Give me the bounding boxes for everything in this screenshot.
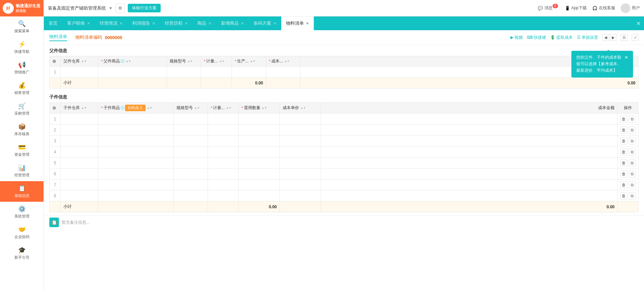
- child-row-5-qty[interactable]: [239, 157, 280, 168]
- child-row-4-cost-amount[interactable]: [321, 147, 618, 157]
- child-row-7-copy[interactable]: ⧉: [629, 182, 635, 188]
- child-row-4-warehouse[interactable]: [61, 147, 98, 157]
- child-row-4-unit[interactable]: [208, 147, 239, 157]
- child-row-5-spec[interactable]: [174, 157, 208, 168]
- child-row-6-warehouse[interactable]: [61, 168, 98, 179]
- child-row-5-copy[interactable]: ⧉: [629, 160, 635, 166]
- parent-th-gear[interactable]: ⚙: [50, 56, 61, 67]
- child-row-5-unit-cost[interactable]: [280, 157, 321, 168]
- child-row-1-qty[interactable]: [239, 114, 280, 125]
- child-row-8-delete[interactable]: 🗑: [620, 192, 627, 199]
- child-row-7-unit[interactable]: [208, 179, 239, 190]
- child-row-2-spec[interactable]: [174, 125, 208, 136]
- parent-row-1-warehouse[interactable]: [61, 67, 98, 78]
- child-row-6-qty[interactable]: [239, 168, 280, 179]
- child-row-4-spec[interactable]: [174, 147, 208, 157]
- child-row-8-copy[interactable]: ⧉: [629, 192, 635, 199]
- child-row-2-product[interactable]: [98, 125, 174, 136]
- close-tab-new-product[interactable]: ✕: [241, 21, 244, 26]
- child-row-6-product[interactable]: [98, 168, 174, 179]
- child-row-5-delete[interactable]: 🗑: [620, 160, 627, 166]
- close-tab-profit[interactable]: ✕: [152, 21, 155, 26]
- single-settings-button[interactable]: ☰ 单据设置: [577, 35, 598, 40]
- child-row-8-unit-cost[interactable]: [280, 190, 321, 201]
- child-row-3-warehouse[interactable]: [61, 136, 98, 147]
- extract-cost-button[interactable]: 💲 提取成本: [550, 35, 573, 40]
- close-tab-operation[interactable]: ✕: [120, 21, 123, 26]
- online-service-button[interactable]: 🎧 在线客服: [592, 5, 615, 11]
- tab-bom[interactable]: 物料清单 ✕: [281, 16, 314, 30]
- parent-row-1-cost[interactable]: [266, 67, 300, 78]
- child-row-7-delete[interactable]: 🗑: [620, 182, 627, 188]
- view-video-button[interactable]: ▶ 视频: [510, 35, 523, 40]
- tab-barcode[interactable]: 条码方案 ✕: [249, 16, 281, 30]
- topbar-dropdown-arrow[interactable]: ▼: [109, 6, 113, 11]
- close-tab-customer[interactable]: ✕: [87, 21, 90, 26]
- sidebar-item-basic[interactable]: 📋 基础信息: [0, 181, 44, 202]
- shortcut-button[interactable]: ⌨ 快捷键: [527, 35, 546, 40]
- scan-button[interactable]: 扫码录入: [125, 105, 146, 111]
- child-row-4-product[interactable]: [98, 147, 174, 157]
- sidebar-item-purchase[interactable]: 🛒 采购管理: [0, 99, 44, 119]
- sidebar-item-system[interactable]: ⚙️ 系统管理: [0, 202, 44, 222]
- parent-row-1-spec[interactable]: [167, 67, 201, 78]
- child-row-8-warehouse[interactable]: [61, 190, 98, 201]
- child-row-1-delete[interactable]: 🗑: [620, 116, 627, 122]
- child-row-2-unit[interactable]: [208, 125, 239, 136]
- child-row-4-copy[interactable]: ⧉: [629, 149, 635, 155]
- topbar-gear-button[interactable]: ⚙: [115, 3, 125, 13]
- child-row-1-cost-amount[interactable]: [321, 114, 618, 125]
- child-row-2-qty[interactable]: [239, 125, 280, 136]
- child-row-8-qty[interactable]: [239, 190, 280, 201]
- trial-button[interactable]: 体验行业方案: [128, 4, 161, 12]
- child-row-7-product[interactable]: [98, 179, 174, 190]
- child-row-2-warehouse[interactable]: [61, 125, 98, 136]
- sidebar-item-marketing[interactable]: 📢 营销推广: [0, 58, 44, 78]
- parent-row-1-produce[interactable]: [232, 67, 266, 78]
- child-row-8-spec[interactable]: [174, 190, 208, 201]
- child-row-5-warehouse[interactable]: [61, 157, 98, 168]
- page-tab-bom-list[interactable]: 物料清单: [49, 34, 67, 41]
- user-button[interactable]: 用户: [621, 3, 640, 13]
- close-tab-product[interactable]: ✕: [208, 21, 211, 26]
- child-row-7-qty[interactable]: [239, 179, 280, 190]
- tab-product[interactable]: 商品 ✕: [193, 16, 216, 30]
- close-tab-barcode[interactable]: ✕: [273, 21, 276, 26]
- child-row-5-product[interactable]: [98, 157, 174, 168]
- child-row-1-warehouse[interactable]: [61, 114, 98, 125]
- sidebar-item-operation[interactable]: 📊 经营管理: [0, 161, 44, 181]
- sidebar-item-finance[interactable]: 💳 资金管理: [0, 140, 44, 161]
- child-row-6-unit[interactable]: [208, 168, 239, 179]
- bottom-note-icon[interactable]: 📋: [49, 218, 59, 227]
- next-arrow[interactable]: ▶: [610, 34, 617, 41]
- child-row-3-spec[interactable]: [174, 136, 208, 147]
- child-row-5-unit[interactable]: [208, 157, 239, 168]
- expand-button[interactable]: ⤢: [632, 34, 639, 41]
- child-row-3-copy[interactable]: ⧉: [629, 138, 635, 144]
- tab-history[interactable]: 经营历程 ✕: [160, 16, 193, 30]
- close-all-tabs[interactable]: ✕: [633, 20, 644, 27]
- sidebar-item-search[interactable]: 🔍 搜索菜单: [0, 16, 44, 37]
- sidebar-item-collab[interactable]: 🤝 企业协同: [0, 222, 44, 243]
- close-tab-history[interactable]: ✕: [185, 21, 188, 26]
- sidebar-item-guide[interactable]: 🎓 新手引导: [0, 243, 44, 264]
- tooltip-close-button[interactable]: ✕: [624, 54, 628, 61]
- child-row-6-spec[interactable]: [174, 168, 208, 179]
- child-row-6-cost-amount[interactable]: [321, 168, 618, 179]
- tab-operation[interactable]: 经营情况 ✕: [95, 16, 127, 30]
- sidebar-item-sales[interactable]: 💰 销售管理: [0, 78, 44, 99]
- child-row-6-copy[interactable]: ⧉: [629, 171, 635, 177]
- child-row-1-unit[interactable]: [208, 114, 239, 125]
- child-row-4-qty[interactable]: [239, 147, 280, 157]
- child-row-1-product[interactable]: [98, 114, 174, 125]
- sidebar-item-inventory[interactable]: 📦 库存核算: [0, 119, 44, 140]
- child-row-3-unit[interactable]: [208, 136, 239, 147]
- close-tab-bom[interactable]: ✕: [306, 21, 309, 26]
- app-download-button[interactable]: 📱 App下载: [565, 5, 587, 11]
- sidebar-item-quick-nav[interactable]: ⚡ 快捷导航: [0, 37, 44, 58]
- child-row-3-delete[interactable]: 🗑: [620, 138, 627, 144]
- child-row-3-cost-amount[interactable]: [321, 136, 618, 147]
- tab-home[interactable]: 首页: [44, 16, 62, 30]
- child-row-3-unit-cost[interactable]: [280, 136, 321, 147]
- child-row-7-cost-amount[interactable]: [321, 179, 618, 190]
